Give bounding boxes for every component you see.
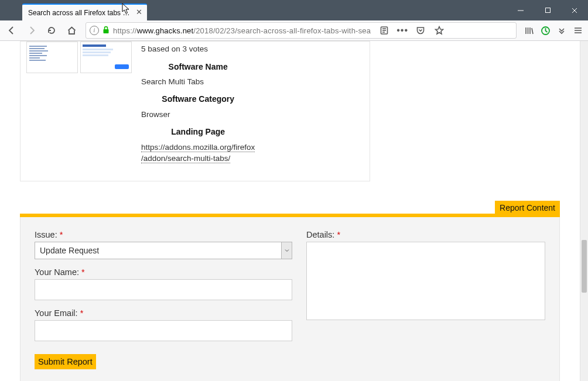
screenshot-thumbnails (20, 42, 138, 164)
landing-page-label: Landing Page (141, 126, 255, 138)
svg-rect-1 (545, 8, 550, 13)
thumbnail[interactable] (26, 42, 78, 73)
info-icon: i (90, 26, 99, 35)
report-content-tab[interactable]: Report Content (495, 201, 560, 215)
forward-button[interactable] (23, 22, 40, 39)
issue-label: Issue: * (35, 230, 292, 239)
content-viewport[interactable]: 5 based on 3 votes Software Name Search … (0, 41, 580, 381)
submit-report-button[interactable]: Submit Report (35, 354, 96, 369)
software-category-label: Software Category (141, 93, 255, 105)
svg-marker-9 (436, 27, 443, 35)
landing-page-link[interactable]: https://addons.mozilla.org/firefox /addo… (141, 142, 255, 164)
back-button[interactable] (4, 22, 20, 39)
issue-select-value: Update Request (40, 246, 99, 255)
maximize-button[interactable] (534, 2, 561, 19)
titlebar: Search across all Firefox tabs with S ✕ (0, 0, 588, 20)
url-text: https://www.ghacks.net/2018/02/23/search… (113, 26, 371, 35)
extension-icon[interactable] (539, 24, 552, 37)
reload-button[interactable] (43, 22, 60, 39)
window-controls (507, 0, 588, 20)
menu-icon[interactable] (572, 24, 584, 37)
rating-text: 5 based on 3 votes (141, 43, 255, 55)
vertical-scrollbar[interactable] (580, 41, 588, 381)
minimize-button[interactable] (507, 2, 534, 19)
software-infobox: 5 based on 3 votes Software Name Search … (20, 41, 370, 181)
bookmark-star-icon[interactable] (433, 24, 446, 37)
software-name-value: Search Multi Tabs (141, 76, 255, 88)
software-name-label: Software Name (141, 61, 255, 73)
tab-title: Search across all Firefox tabs with S (28, 9, 131, 17)
overflow-icon[interactable] (555, 24, 568, 37)
home-button[interactable] (63, 22, 80, 39)
browser-window: Search across all Firefox tabs with S ✕ (0, 0, 588, 381)
name-input[interactable] (35, 279, 292, 300)
details-textarea[interactable] (306, 242, 545, 320)
site-identity[interactable]: i (90, 26, 110, 36)
issue-select[interactable]: Update Request (35, 242, 292, 259)
software-category-value: Browser (141, 109, 255, 121)
lock-icon (102, 26, 110, 36)
page-actions-icon[interactable]: ••• (396, 25, 408, 36)
close-button[interactable] (561, 2, 588, 19)
name-label: Your Name: * (35, 267, 292, 277)
thumbnail[interactable] (80, 42, 132, 73)
svg-rect-4 (104, 29, 109, 33)
tab-close-icon[interactable]: ✕ (134, 8, 143, 18)
chevron-down-icon (281, 242, 292, 259)
pocket-icon[interactable] (414, 24, 427, 37)
reader-mode-icon[interactable] (378, 24, 391, 37)
url-bar[interactable]: i https://www.ghacks.net/2018/02/23/sear… (86, 22, 517, 39)
email-input[interactable] (35, 320, 292, 341)
report-content-panel: Report Content Issue: * Update Request Y… (20, 214, 560, 381)
library-icon[interactable] (522, 24, 535, 37)
navigation-toolbar: i https://www.ghacks.net/2018/02/23/sear… (0, 20, 588, 41)
scrollbar-thumb[interactable] (582, 240, 587, 293)
browser-tab[interactable]: Search across all Firefox tabs with S ✕ (22, 4, 147, 20)
svg-line-13 (532, 28, 533, 34)
details-label: Details: * (306, 230, 545, 239)
email-label: Your Email: * (35, 308, 292, 318)
